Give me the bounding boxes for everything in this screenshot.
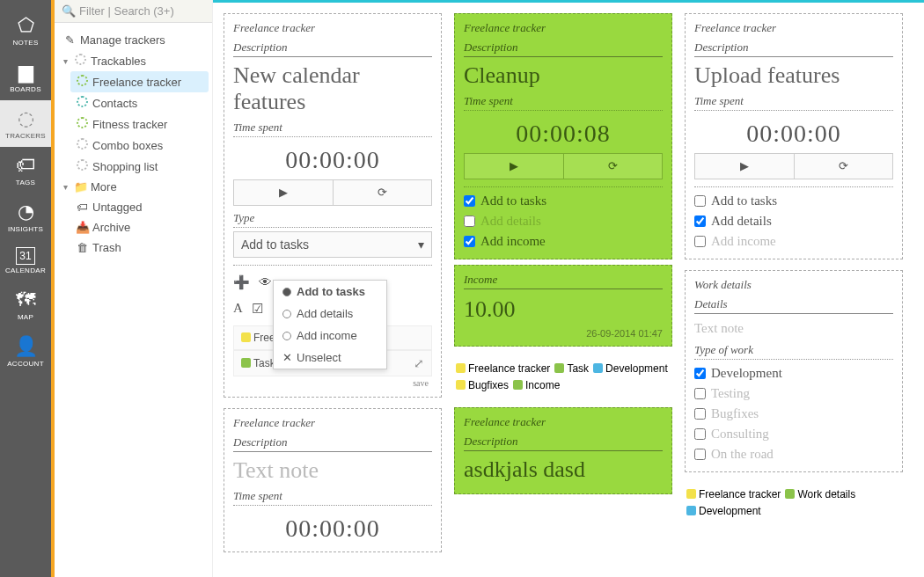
tree-item-freelance[interactable]: Freelance tracker xyxy=(70,71,209,92)
type-dropdown[interactable]: Add to tasks ▾ xyxy=(233,231,432,258)
nav-insights[interactable]: ◔INSIGHTS xyxy=(0,194,51,240)
dropdown-opt-tasks[interactable]: Add to tasks xyxy=(274,281,386,303)
desc-text[interactable]: Upload features xyxy=(694,62,893,89)
check-bugfixes[interactable]: Bugfixes xyxy=(694,404,893,424)
tree-item-combo[interactable]: Combo boxes xyxy=(70,135,209,156)
pentagon-icon: ⬠ xyxy=(0,14,51,37)
tag[interactable]: Development xyxy=(593,362,668,375)
trash-icon: 🗑 xyxy=(76,241,88,254)
chevron-down-icon: ▾ xyxy=(418,237,424,252)
check-add-tasks[interactable]: Add to tasks xyxy=(694,191,893,211)
check-add-details[interactable]: Add details xyxy=(694,211,893,231)
card-upload[interactable]: Freelance tracker Description Upload fea… xyxy=(685,13,903,259)
insights-icon: ◔ xyxy=(0,201,51,223)
dropdown-opt-income[interactable]: Add income xyxy=(274,325,386,347)
card-header: Work details xyxy=(694,278,893,292)
card-header: Freelance tracker xyxy=(694,21,893,35)
timer-value: 00:00:00 xyxy=(233,141,432,176)
timer-value: 00:00:08 xyxy=(464,114,663,150)
plus-icon[interactable]: ➕ xyxy=(233,274,250,290)
search-input[interactable]: 🔍 Filter | Search (3+) xyxy=(55,0,212,23)
tag[interactable]: Freelance tracker xyxy=(686,488,781,500)
tag[interactable]: Development xyxy=(686,505,761,517)
desc-label: Description xyxy=(233,435,432,449)
nav-tags[interactable]: 🏷TAGS xyxy=(0,147,51,194)
tree-item-fitness[interactable]: Fitness tracker xyxy=(70,113,209,135)
nav-account[interactable]: 👤ACCOUNT xyxy=(0,328,51,375)
ring-icon xyxy=(77,75,88,86)
nav-map[interactable]: 🗺MAP xyxy=(0,281,51,328)
card-header: Freelance tracker xyxy=(464,21,663,35)
tag-row-cleanup: Freelance tracker Task Development Bugfi… xyxy=(454,357,672,397)
manage-trackers[interactable]: ✎Manage trackers xyxy=(58,30,209,50)
check-consulting[interactable]: Consulting xyxy=(694,424,893,444)
nav-boards[interactable]: ▆BOARDS xyxy=(0,54,51,100)
column-3: Freelance tracker Description Upload fea… xyxy=(685,13,903,577)
dropdown-opt-details[interactable]: Add details xyxy=(274,303,386,325)
desc-placeholder[interactable]: Text note xyxy=(233,457,432,484)
card-asdkjals[interactable]: Freelance tracker Description asdkjals d… xyxy=(454,407,672,494)
check-testing[interactable]: Testing xyxy=(694,383,893,404)
time-label: Time spent xyxy=(233,489,432,503)
account-icon: 👤 xyxy=(0,335,51,358)
card-header: Freelance tracker xyxy=(233,416,432,430)
tree-item-archive[interactable]: 📥Archive xyxy=(70,217,209,237)
check-add-income[interactable]: Add income xyxy=(694,231,893,252)
time-label: Time spent xyxy=(694,94,893,108)
font-icon[interactable]: A xyxy=(233,301,243,317)
nav-trackers[interactable]: ◌TRACKERS xyxy=(0,100,51,147)
card-income[interactable]: Income 10.00 26-09-2014 01:47 xyxy=(454,265,672,347)
boards-icon: ▆ xyxy=(0,61,51,84)
tag[interactable]: Bugfixes xyxy=(456,379,509,391)
desc-text[interactable]: Cleanup xyxy=(464,62,663,89)
search-placeholder: Filter | Search (3+) xyxy=(79,4,174,18)
tag[interactable]: Work details xyxy=(785,488,855,500)
tag[interactable]: Task xyxy=(554,362,589,375)
dropdown-opt-unselect[interactable]: ✕Unselect xyxy=(274,347,386,369)
details-label: Details xyxy=(694,297,893,311)
trackables-group[interactable]: ▾Trackables xyxy=(58,50,209,71)
save-button[interactable]: save xyxy=(233,376,432,390)
map-icon: 🗺 xyxy=(0,288,51,311)
time-label: Time spent xyxy=(464,94,663,108)
archive-icon: 📥 xyxy=(76,221,88,234)
check-add-details[interactable]: Add details xyxy=(464,211,663,231)
check-ontheroad[interactable]: On the road xyxy=(694,444,893,464)
nav-notes[interactable]: ⬠NOTES xyxy=(0,7,51,54)
card-text-note[interactable]: Freelance tracker Description Text note … xyxy=(224,408,442,552)
card-work-details[interactable]: Work details Details Text note Type of w… xyxy=(685,270,903,472)
desc-text[interactable]: asdkjals dasd xyxy=(464,456,663,483)
income-value[interactable]: 10.00 xyxy=(464,295,663,325)
check-icon[interactable]: ☑ xyxy=(252,301,263,317)
play-button[interactable]: ▶ xyxy=(234,180,334,205)
calendar-icon: 31 xyxy=(16,247,34,265)
card-cleanup[interactable]: Freelance tracker Description Cleanup Ti… xyxy=(454,13,672,259)
reset-button[interactable]: ⟳ xyxy=(334,180,432,205)
expand-icon[interactable]: ⤢ xyxy=(414,356,424,370)
more-group[interactable]: ▾📁More xyxy=(58,177,209,197)
column-1: Freelance tracker Description New calend… xyxy=(224,13,442,577)
reset-button[interactable]: ⟳ xyxy=(795,154,893,179)
eye-icon[interactable]: 👁 xyxy=(259,274,272,290)
check-add-tasks[interactable]: Add to tasks xyxy=(464,191,663,211)
tree-item-contacts[interactable]: Contacts xyxy=(70,92,209,113)
caret-down-icon: ▾ xyxy=(63,56,72,66)
type-label: Type of work xyxy=(694,343,893,357)
details-placeholder[interactable]: Text note xyxy=(694,319,893,338)
nav-calendar[interactable]: 31CALENDAR xyxy=(0,240,51,281)
tag[interactable]: Income xyxy=(513,379,560,391)
desc-text[interactable]: New calendar features xyxy=(233,62,432,115)
play-button[interactable]: ▶ xyxy=(465,154,564,179)
tree-item-shopping[interactable]: Shopping list xyxy=(70,156,209,177)
tags-icon: 🏷 xyxy=(0,154,51,177)
tag[interactable]: Freelance tracker xyxy=(456,362,550,375)
tree-item-trash[interactable]: 🗑Trash xyxy=(70,237,209,258)
reset-button[interactable]: ⟳ xyxy=(564,154,663,179)
tree-item-untagged[interactable]: 🏷Untagged xyxy=(70,197,209,217)
play-button[interactable]: ▶ xyxy=(695,154,795,179)
edit-icon: ✎ xyxy=(63,33,76,47)
card-new-calendar[interactable]: Freelance tracker Description New calend… xyxy=(224,13,442,398)
check-add-income[interactable]: Add income xyxy=(464,231,663,252)
timer-controls: ▶ ⟳ xyxy=(233,179,432,206)
check-development[interactable]: Development xyxy=(694,363,893,383)
